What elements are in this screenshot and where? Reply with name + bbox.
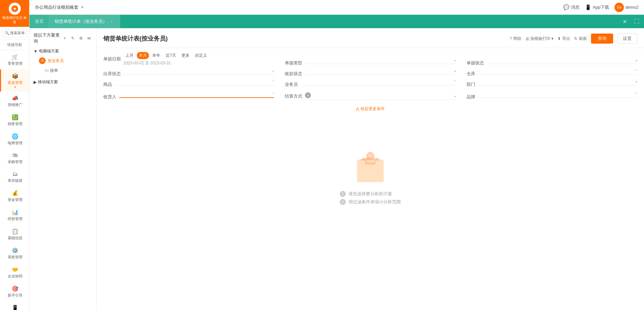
collapse-icon: ⋀ bbox=[356, 107, 359, 111]
tab-sales-stat-label: 销货单统计表（按业务员） bbox=[55, 18, 107, 24]
quick-nav-button[interactable]: 快捷导航 bbox=[2, 41, 27, 49]
marketing-label: 营销推广 bbox=[8, 102, 22, 107]
sidebar-item-finance[interactable]: 💰 资金管理 bbox=[0, 187, 29, 206]
date-tab-this-month[interactable]: 本月 bbox=[137, 52, 149, 59]
department-control[interactable]: ▾ bbox=[478, 84, 637, 86]
inventory-icon: 🗂 bbox=[12, 171, 18, 177]
tab-close-all-button[interactable]: ✕ bbox=[620, 17, 629, 26]
sidebar-item-sales[interactable]: 💹 销售管理 bbox=[0, 111, 29, 130]
app-download-label: App下载 bbox=[593, 4, 609, 10]
brand-control[interactable]: ··· bbox=[478, 96, 637, 98]
date-tab-more[interactable]: 更多 bbox=[179, 52, 192, 59]
search-menu-button[interactable]: 🔍 搜索菜单 bbox=[2, 29, 27, 37]
app-download-button[interactable]: 📱 App下载 bbox=[585, 4, 609, 10]
sidebar-item-inventory[interactable]: 🗂 库存核算 bbox=[0, 168, 29, 187]
sidebar-item-app-center[interactable]: 📱 应用中心 bbox=[0, 301, 29, 310]
sidebar-nav: 🛒 零售管理 📦 批发管理 ▲ 📣 营销推广 💹 销售管理 🌐 bbox=[0, 50, 29, 310]
avatar: Ea bbox=[614, 3, 624, 12]
logo-text: 畅捷通好生意 标版 bbox=[2, 15, 27, 24]
scheme-item-order[interactable]: 𝟛≡ 按单 bbox=[30, 66, 96, 75]
salesperson-control[interactable]: ··· bbox=[301, 84, 455, 86]
quick-nav-label: 快捷导航 bbox=[7, 43, 22, 47]
sidebar-item-basic-info[interactable]: 📋 基础信息 bbox=[0, 225, 29, 244]
doc-type-chevron-icon: ▾ bbox=[454, 59, 456, 62]
filter-date-item: 单据日期 上月 本月 本年 近7天 更多 自定义 bbox=[103, 52, 274, 66]
payment-method-clear-button[interactable]: × bbox=[305, 92, 311, 98]
scheme-item-salesperson[interactable]: 员 按业务员 bbox=[30, 55, 96, 66]
stock-status-label: 出库状态 bbox=[103, 71, 121, 77]
svg-point-5 bbox=[371, 155, 372, 156]
content-area: 销货单统计表(按业务员) ? 帮助 🖨 按模板打印 ▾ bbox=[97, 28, 644, 310]
tab-home-label: 首页 bbox=[35, 18, 44, 24]
date-tabs-group: 上月 本月 本年 近7天 更多 自定义 bbox=[123, 52, 274, 59]
collapse-label: 收起更多条件 bbox=[361, 106, 385, 112]
scheme-order-label: 按单 bbox=[50, 68, 58, 73]
system-label: 系统管理 bbox=[8, 255, 22, 260]
messages-button[interactable]: 💬 消息 bbox=[563, 4, 580, 10]
refresh-icon: ↻ bbox=[574, 36, 578, 41]
purchase-icon: 🛍 bbox=[12, 152, 18, 158]
filter-payment-method-item: 结算方式 × ▾ bbox=[285, 92, 455, 100]
consignee-control[interactable]: ··· bbox=[119, 96, 274, 98]
date-tab-this-year[interactable]: 本年 bbox=[150, 52, 162, 59]
warehouse-control[interactable]: ··· bbox=[478, 73, 637, 75]
payment-method-control[interactable]: × ▾ bbox=[305, 92, 455, 100]
wholesale-icon: 📦 bbox=[12, 73, 18, 79]
consignee-label: 收货人 bbox=[103, 94, 116, 100]
top-title: 办公用品行业模拟账套 bbox=[35, 4, 78, 10]
dropdown-arrow-icon[interactable]: ▾ bbox=[81, 5, 84, 10]
tab-sales-stat[interactable]: 销货单统计表（按业务员） × bbox=[49, 15, 120, 28]
stock-status-control[interactable]: ▾ bbox=[123, 73, 274, 75]
scheme-add-button[interactable]: + bbox=[61, 35, 68, 42]
filter-salesperson-item: 业务员 ··· bbox=[285, 82, 455, 88]
goods-control[interactable]: ··· bbox=[115, 84, 274, 86]
logo[interactable]: 畅捷通好生意 标版 bbox=[0, 0, 29, 27]
filter-warehouse-item: 仓库 ··· bbox=[467, 71, 637, 77]
tab-home[interactable]: 首页 bbox=[30, 15, 49, 28]
sidebar-item-operation[interactable]: 📊 经营管理 bbox=[0, 206, 29, 225]
filter-receipt-status-item: 收款状态 ▾ bbox=[285, 71, 455, 77]
settings-button[interactable]: 设置 bbox=[617, 34, 637, 44]
help-button[interactable]: ? 帮助 bbox=[509, 36, 521, 42]
sidebar-item-ecommerce[interactable]: 🌐 电商管理 bbox=[0, 130, 29, 149]
collapse-button[interactable]: ⋀ 收起更多条件 bbox=[356, 106, 385, 112]
receipt-status-control[interactable]: ▾ bbox=[305, 73, 455, 75]
sidebar-item-marketing[interactable]: 📣 营销推广 bbox=[0, 92, 29, 111]
newbie-label: 新手引导 bbox=[8, 293, 22, 298]
receipt-status-label: 收款状态 bbox=[285, 71, 302, 77]
search-menu-label: 搜索菜单 bbox=[10, 31, 25, 36]
scheme-settings-button[interactable]: ⚙ bbox=[77, 35, 84, 42]
goods-dots-icon: ··· bbox=[272, 78, 274, 84]
arrow-right-icon: ▶ bbox=[34, 80, 37, 85]
page-title: 销货单统计表(按业务员) bbox=[103, 35, 168, 43]
tab-bar: 首页 销货单统计表（按业务员） × ✕ ⛶ bbox=[30, 15, 644, 28]
export-button[interactable]: ⬇ 导出 bbox=[557, 36, 570, 42]
refresh-button[interactable]: ↻ 刷新 bbox=[574, 36, 587, 42]
filter-goods-item: 商品 ··· bbox=[103, 82, 274, 88]
date-tab-last-month[interactable]: 上月 bbox=[123, 52, 136, 59]
user-menu[interactable]: Ea demo2 bbox=[614, 3, 639, 12]
scheme-edit-button[interactable]: ✎ bbox=[69, 35, 76, 42]
doc-status-control[interactable]: ▾ bbox=[487, 62, 637, 64]
doc-type-label: 单据类型 bbox=[285, 60, 302, 66]
main-area: 办公用品行业模拟账套 ▾ 💬 消息 📱 App下载 Ea bbox=[30, 0, 644, 310]
date-label: 单据日期 bbox=[103, 56, 121, 62]
scheme-desktop-title[interactable]: ▼ 电脑端方案 bbox=[30, 47, 96, 55]
sidebar-item-enterprise[interactable]: 🤝 企业协同 bbox=[0, 263, 29, 282]
date-tab-custom[interactable]: 自定义 bbox=[193, 52, 209, 59]
tab-close-button[interactable]: × bbox=[109, 19, 114, 24]
sidebar-item-wholesale[interactable]: 📦 批发管理 ▲ bbox=[0, 69, 29, 92]
sidebar-item-retail[interactable]: 🛒 零售管理 bbox=[0, 50, 29, 69]
scheme-collapse-button[interactable]: ≪ bbox=[86, 35, 92, 42]
date-tab-7days[interactable]: 近7天 bbox=[164, 52, 178, 59]
empty-text: 1 请先选择要分析的方案 2 用过滤条件来缩小分析范围 bbox=[340, 191, 401, 205]
search-icon: 🔍 bbox=[5, 31, 9, 35]
sidebar-item-newbie[interactable]: 🎯 新手引导 bbox=[0, 282, 29, 301]
tab-expand-button[interactable]: ⛶ bbox=[632, 17, 641, 26]
sidebar-item-system[interactable]: ⚙️ 系统管理 bbox=[0, 244, 29, 263]
query-button[interactable]: 查询 bbox=[591, 34, 613, 44]
doc-type-control[interactable]: ▾ bbox=[305, 62, 455, 64]
sidebar-item-purchase[interactable]: 🛍 采购管理 bbox=[0, 149, 29, 168]
scheme-mobile-title[interactable]: ▶ 移动端方案 bbox=[30, 78, 96, 86]
template-print-button[interactable]: 🖨 按模板打印 ▾ bbox=[525, 36, 553, 42]
